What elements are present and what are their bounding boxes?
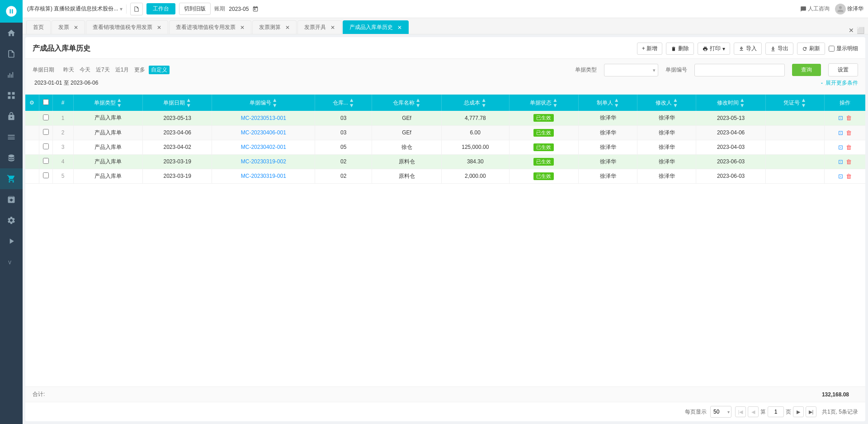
print-dropdown-arrow[interactable]: ▾ bbox=[722, 46, 725, 52]
new-button[interactable]: + 新增 bbox=[637, 43, 662, 55]
date-shortcut-today[interactable]: 今天 bbox=[78, 66, 92, 74]
tab-open[interactable]: 发票开具 ✕ bbox=[297, 20, 342, 34]
row-checkbox-cell[interactable] bbox=[39, 125, 52, 140]
row-number[interactable]: MC-20230513-001 bbox=[212, 111, 315, 125]
row-checkbox[interactable] bbox=[43, 172, 49, 178]
col-modifier-header[interactable]: 修改人▲▼ bbox=[637, 95, 696, 111]
col-creator-header[interactable]: 制单人▲▼ bbox=[579, 95, 637, 111]
tab-open-close[interactable]: ✕ bbox=[330, 24, 335, 31]
first-page-btn[interactable]: |◀ bbox=[735, 406, 746, 417]
import-button[interactable]: 导入 bbox=[734, 43, 762, 55]
table-row[interactable]: 1 产品入库单 2023-05-13 MC-20230513-001 03 GE… bbox=[25, 111, 865, 125]
sidebar-item-settings[interactable] bbox=[0, 210, 23, 231]
export-button[interactable]: 导出 bbox=[765, 43, 793, 55]
col-modify-time-header[interactable]: 修改时间▲▼ bbox=[696, 95, 765, 111]
row-delete-icon[interactable]: 🗑 bbox=[846, 114, 852, 121]
tab-input-vat-close[interactable]: ✕ bbox=[240, 24, 245, 31]
row-checkbox[interactable] bbox=[43, 143, 49, 149]
tab-input-vat[interactable]: 查看进项增值税专用发票 ✕ bbox=[169, 20, 251, 34]
col-number-header[interactable]: 单据编号▲▼ bbox=[212, 95, 315, 111]
row-checkbox-cell[interactable] bbox=[39, 111, 52, 125]
last-page-btn[interactable]: ▶| bbox=[806, 406, 816, 417]
set-button[interactable]: 设置 bbox=[828, 63, 858, 76]
sidebar-item-chart[interactable] bbox=[0, 64, 23, 85]
num-input[interactable] bbox=[694, 64, 785, 76]
col-warehouse-code-header[interactable]: 仓库...▲▼ bbox=[315, 95, 372, 111]
delete-button[interactable]: 删除 bbox=[666, 43, 694, 55]
col-checkbox-header[interactable] bbox=[39, 95, 52, 111]
sidebar-item-lock[interactable] bbox=[0, 106, 23, 127]
tab-calc[interactable]: 发票测算 ✕ bbox=[252, 20, 297, 34]
row-checkbox-cell[interactable] bbox=[39, 154, 52, 169]
sidebar-item-play[interactable] bbox=[0, 231, 23, 252]
tab-history[interactable]: 产成品入库单历史 ✕ bbox=[343, 20, 409, 34]
workbench-button[interactable]: 工作台 bbox=[146, 3, 175, 14]
table-row[interactable]: 3 产品入库单 2023-04-02 MC-20230402-001 05 徐仓… bbox=[25, 140, 865, 154]
next-page-btn[interactable]: ▶ bbox=[793, 406, 804, 417]
row-edit-icon[interactable]: ⊡ bbox=[838, 144, 843, 151]
tab-calc-close[interactable]: ✕ bbox=[285, 24, 290, 31]
row-checkbox[interactable] bbox=[43, 129, 49, 135]
user-menu[interactable]: 徐泽华 bbox=[835, 4, 863, 14]
tab-home[interactable]: 首页 bbox=[26, 20, 51, 34]
row-delete-icon[interactable]: 🗑 bbox=[846, 173, 852, 180]
expand-conditions-btn[interactable]: 展开更多条件 bbox=[820, 79, 858, 87]
col-settings[interactable]: ⚙ bbox=[25, 95, 39, 111]
date-shortcut-7days[interactable]: 近7天 bbox=[94, 66, 112, 74]
date-shortcut-custom[interactable]: 自定义 bbox=[149, 66, 170, 74]
page-number-input[interactable] bbox=[768, 406, 784, 417]
tab-invoice-close[interactable]: ✕ bbox=[74, 24, 78, 31]
sidebar-item-grid[interactable] bbox=[0, 85, 23, 106]
sidebar-item-v[interactable]: V bbox=[0, 252, 23, 272]
sidebar-item-database[interactable] bbox=[0, 148, 23, 168]
prev-page-btn[interactable]: ◀ bbox=[748, 406, 759, 417]
row-number[interactable]: MC-20230319-002 bbox=[212, 154, 315, 169]
query-button[interactable]: 查询 bbox=[792, 64, 821, 76]
row-number-link[interactable]: MC-20230513-001 bbox=[241, 115, 286, 121]
col-status-header[interactable]: 单据状态▲▼ bbox=[509, 95, 578, 111]
row-delete-icon[interactable]: 🗑 bbox=[846, 129, 852, 136]
sidebar-item-cart[interactable] bbox=[0, 168, 23, 189]
table-row[interactable]: 5 产品入库单 2023-03-19 MC-20230319-001 02 原料… bbox=[25, 169, 865, 183]
row-number-link[interactable]: MC-20230319-001 bbox=[241, 173, 286, 179]
calendar-icon[interactable] bbox=[252, 6, 259, 12]
date-shortcut-more[interactable]: 更多 bbox=[132, 66, 147, 74]
row-number[interactable]: MC-20230402-001 bbox=[212, 140, 315, 154]
print-button[interactable]: 打印 ▾ bbox=[698, 43, 730, 55]
tab-sales-vat[interactable]: 查看销项增值税专用发票 ✕ bbox=[86, 20, 168, 34]
row-checkbox[interactable] bbox=[43, 158, 49, 164]
row-edit-icon[interactable]: ⊡ bbox=[838, 114, 843, 121]
row-checkbox-cell[interactable] bbox=[39, 140, 52, 154]
type-select[interactable] bbox=[604, 64, 658, 76]
row-checkbox-cell[interactable] bbox=[39, 169, 52, 183]
page-size-select[interactable]: 50 10 20 100 bbox=[710, 406, 731, 418]
refresh-button[interactable]: 刷新 bbox=[797, 43, 825, 55]
tab-history-close[interactable]: ✕ bbox=[397, 24, 402, 31]
row-number-link[interactable]: MC-20230319-002 bbox=[241, 158, 286, 165]
row-number[interactable]: MC-20230406-001 bbox=[212, 125, 315, 140]
topbar-doc-btn[interactable] bbox=[130, 3, 143, 15]
tab-sales-vat-close[interactable]: ✕ bbox=[157, 24, 161, 31]
company-dropdown-arrow[interactable]: ▾ bbox=[120, 6, 123, 12]
table-row[interactable]: 4 产品入库单 2023-03-19 MC-20230319-002 02 原料… bbox=[25, 154, 865, 169]
row-edit-icon[interactable]: ⊡ bbox=[838, 173, 843, 180]
display-detail-checkbox[interactable] bbox=[829, 46, 835, 52]
row-delete-icon[interactable]: 🗑 bbox=[846, 144, 852, 151]
select-all-checkbox[interactable] bbox=[43, 99, 49, 105]
support-button[interactable]: 人工咨询 bbox=[800, 5, 830, 13]
row-delete-icon[interactable]: 🗑 bbox=[846, 158, 852, 165]
row-number-link[interactable]: MC-20230406-001 bbox=[241, 129, 286, 136]
date-shortcut-1month[interactable]: 近1月 bbox=[113, 66, 131, 74]
sidebar-item-home[interactable] bbox=[0, 23, 23, 43]
row-edit-icon[interactable]: ⊡ bbox=[838, 158, 843, 165]
col-warehouse-name-header[interactable]: 仓库名称▲▼ bbox=[372, 95, 441, 111]
col-date-header[interactable]: 单据日期▲▼ bbox=[143, 95, 212, 111]
tab-close-all-btn[interactable]: ✕ bbox=[849, 27, 854, 34]
sidebar-item-list[interactable] bbox=[0, 127, 23, 148]
tab-maximize-btn[interactable]: ⬜ bbox=[857, 27, 864, 34]
display-detail-toggle[interactable]: 显示明细 bbox=[829, 45, 858, 52]
table-row[interactable]: 2 产品入库单 2023-04-06 MC-20230406-001 03 GE… bbox=[25, 125, 865, 140]
col-type-header[interactable]: 单据类型▲▼ bbox=[73, 95, 142, 111]
switch-old-version-button[interactable]: 切到旧版 bbox=[179, 3, 211, 15]
row-number[interactable]: MC-20230319-001 bbox=[212, 169, 315, 183]
